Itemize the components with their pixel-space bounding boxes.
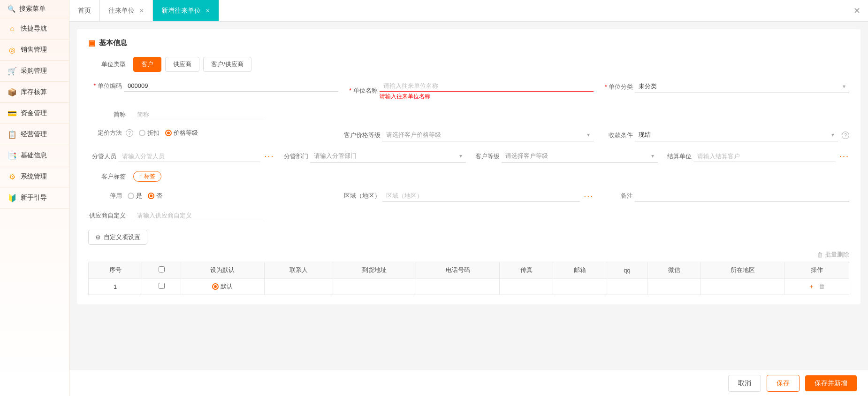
cell-default: 默认 (181, 279, 265, 295)
supplier-custom-input[interactable] (133, 210, 265, 221)
tab-home[interactable]: 首页 (69, 0, 100, 21)
unit-name-input[interactable] (380, 80, 594, 92)
region-more-button[interactable]: ··· (584, 191, 594, 201)
sidebar-item-basic-info[interactable]: 📑 基础信息 (0, 145, 69, 166)
pricing-discount-radio[interactable]: 折扣 (139, 129, 160, 137)
disabled-yes-radio[interactable]: 是 (128, 192, 142, 200)
payment-terms-field: 收款条件 现结 ▾ ? (599, 129, 849, 141)
basic-info-icon: 📑 (8, 151, 17, 160)
close-all-button[interactable]: ✕ (846, 6, 868, 16)
pricing-help-icon[interactable]: ? (126, 129, 133, 137)
sidebar-item-purchase[interactable]: 🛒 采购管理 (0, 61, 69, 82)
system-icon: ⚙ (8, 172, 17, 181)
cell-qq (607, 279, 647, 295)
purchase-icon: 🛒 (8, 66, 17, 76)
settlement-more-button[interactable]: ··· (839, 151, 849, 161)
sidebar-label-inventory: 库存核算 (21, 88, 47, 96)
disabled-no-radio[interactable]: 否 (148, 192, 162, 200)
delete-row-button[interactable]: 🗑 (819, 283, 825, 290)
batch-delete-label[interactable]: 批量删除 (825, 250, 849, 259)
disabled-yes-label: 是 (136, 192, 142, 200)
remark-field: 备注 (599, 190, 849, 202)
tab-partners-close[interactable]: ✕ (139, 8, 144, 14)
disabled-region-row: 停用 是 否 区域（地区） ··· (88, 190, 849, 202)
abbr-input[interactable] (133, 109, 265, 120)
row-checkbox[interactable] (159, 283, 165, 289)
remark-label: 备注 (599, 192, 633, 200)
select-all-checkbox[interactable] (159, 266, 165, 272)
btn-supplier[interactable]: 供应商 (165, 57, 199, 72)
table-body: 1 默认 (89, 279, 849, 295)
tab-new-partner-label: 新增往来单位 (161, 7, 201, 15)
cancel-button[interactable]: 取消 (728, 375, 761, 392)
tab-new-partner[interactable]: 新增往来单位 ✕ (153, 0, 219, 21)
table-row: 1 默认 (89, 279, 849, 295)
default-radio[interactable]: 默认 (186, 282, 259, 291)
unit-category-select[interactable]: 未分类 ▾ (635, 80, 849, 93)
sidebar-item-sales[interactable]: ◎ 销售管理 (0, 39, 69, 61)
th-checkbox[interactable] (142, 262, 181, 279)
unit-category-field: 单位分类 未分类 ▾ (599, 80, 849, 93)
dept-field: 分管部门 请输入分管部门 ▾ (280, 150, 466, 163)
supervisor-label: 分管人员 (88, 152, 116, 161)
unit-code-field: 单位编码 (88, 80, 338, 92)
sidebar-item-guide[interactable]: 🔰 新手引导 (0, 187, 69, 209)
th-region: 所在地区 (701, 262, 784, 279)
customer-tag-label: 客户标签 (88, 172, 126, 181)
sidebar-item-finance[interactable]: 💳 资金管理 (0, 103, 69, 124)
batch-delete-area: 🗑 批量删除 (88, 250, 849, 259)
sidebar-item-inventory[interactable]: 📦 库存核算 (0, 82, 69, 103)
customer-level-select[interactable]: 请选择客户等级 ▾ (502, 150, 658, 163)
settlement-label: 结算单位 (663, 152, 692, 161)
unit-code-input[interactable] (124, 80, 338, 92)
supervisor-more-button[interactable]: ··· (264, 151, 274, 161)
sidebar-item-system[interactable]: ⚙ 系统管理 (0, 166, 69, 187)
chevron-down-icon4: ▾ (459, 153, 462, 159)
sidebar-label-basic-info: 基础信息 (21, 151, 47, 160)
finance-icon: 💳 (8, 109, 17, 118)
unit-category-value: 未分类 (639, 82, 657, 91)
default-radio-circle (212, 283, 219, 290)
settlement-field: 结算单位 ··· (663, 151, 850, 162)
remark-input[interactable] (635, 190, 849, 202)
tab-partners-label: 往来单位 (108, 7, 135, 15)
search-icon: 🔍 (8, 5, 15, 13)
sidebar-item-quick-nav[interactable]: ⌂ 快捷导航 (0, 18, 69, 39)
payment-terms-select[interactable]: 现结 ▾ (635, 129, 838, 141)
code-name-category-row: 单位编码 单位名称 请输入往来单位名称 单位分类 (88, 80, 849, 101)
dept-select[interactable]: 请输入分管部门 ▾ (310, 150, 466, 163)
sidebar-item-operations[interactable]: 📋 经营管理 (0, 124, 69, 145)
cell-contact (264, 279, 333, 295)
btn-customer[interactable]: 客户 (133, 57, 161, 72)
guide-icon: 🔰 (8, 193, 17, 202)
sidebar-search[interactable]: 🔍 搜索菜单 (0, 0, 69, 18)
custom-setting-row: ⚙ 自定义项设置 (88, 230, 849, 245)
chevron-down-icon2: ▾ (587, 132, 590, 138)
content-area: ▣ 基本信息 单位类型 客户 供应商 客户/供应商 单位编码 (69, 22, 868, 370)
add-tag-button[interactable]: + 标签 (133, 171, 161, 182)
add-row-button[interactable]: ＋ (808, 283, 815, 290)
cell-action: ＋ 🗑 (784, 279, 849, 295)
btn-both[interactable]: 客户/供应商 (203, 57, 251, 72)
tab-partners[interactable]: 往来单位 ✕ (100, 0, 153, 21)
save-add-button[interactable]: 保存并新增 (805, 375, 857, 391)
supervisor-input[interactable] (118, 151, 260, 162)
region-input[interactable] (382, 190, 580, 202)
cell-fax (500, 279, 553, 295)
th-phone: 电话号码 (416, 262, 500, 279)
supplier-custom-row: 供应商自定义 (88, 210, 849, 221)
th-address: 到货地址 (333, 262, 416, 279)
cell-checkbox[interactable] (142, 279, 181, 295)
tab-new-partner-close[interactable]: ✕ (206, 8, 210, 14)
chevron-down-icon: ▾ (843, 83, 845, 90)
customer-price-level-select[interactable]: 请选择客户价格等级 ▾ (382, 129, 594, 141)
pricing-level-radio[interactable]: 价格等级 (165, 129, 198, 137)
custom-setting-button[interactable]: ⚙ 自定义项设置 (88, 230, 147, 245)
pricing-method-label: 定价方法 (88, 129, 122, 137)
contacts-table: 序号 设为默认 联系人 到货地址 电话号码 传真 邮箱 qq 微信 所在地区 操… (88, 262, 849, 295)
settlement-input[interactable] (693, 151, 836, 162)
save-button[interactable]: 保存 (767, 375, 799, 392)
sidebar-label-system: 系统管理 (21, 172, 47, 181)
th-seq: 序号 (89, 262, 142, 279)
payment-terms-help-icon[interactable]: ? (842, 132, 849, 139)
